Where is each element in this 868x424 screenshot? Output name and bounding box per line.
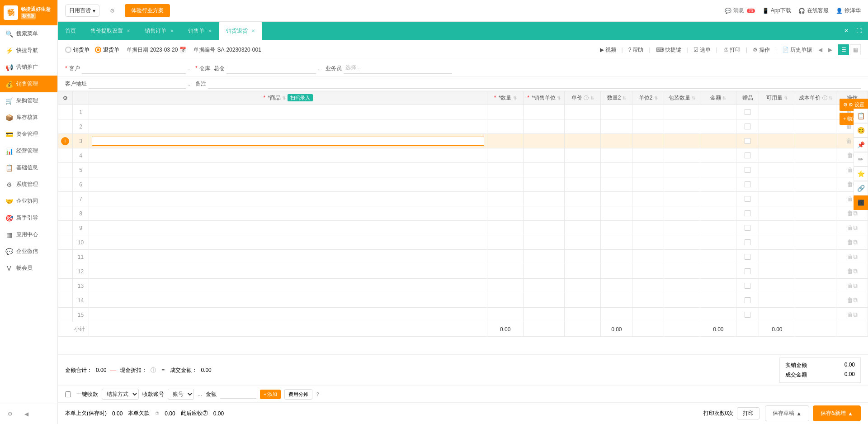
copy-row-btn[interactable]: ⧉ <box>853 238 858 246</box>
prev-page-btn[interactable]: ◀ <box>816 45 825 54</box>
tab-sales[interactable]: 销售单 ✕ <box>181 22 219 40</box>
radio-return[interactable]: 退货单 <box>95 46 119 54</box>
grid-view-btn[interactable]: ▦ <box>850 44 861 55</box>
save-draft-button[interactable]: 保存草稿 ▲ <box>765 405 809 421</box>
close-tab-btn[interactable]: ✕ <box>841 25 852 36</box>
gift-checkbox[interactable] <box>745 124 750 129</box>
sort-icon[interactable]: ⇅ <box>654 95 658 100</box>
delete-row-btn[interactable]: 🗑 <box>847 311 853 318</box>
print-action[interactable]: 🖨 打印 <box>723 46 741 54</box>
delete-row-btn[interactable]: 🗑 <box>847 224 853 231</box>
sidebar-collapse-btn[interactable]: ◀ <box>20 408 33 420</box>
gift-checkbox[interactable] <box>745 138 750 144</box>
account-select[interactable]: 账号 <box>168 389 194 400</box>
gift-checkbox[interactable] <box>745 312 750 318</box>
tab-home[interactable]: 首页 <box>58 22 83 40</box>
video-action[interactable]: ▶ 视频 <box>600 46 616 54</box>
right-icon-orange-btn[interactable]: ⬛ <box>854 195 868 210</box>
address-input[interactable] <box>89 79 186 89</box>
product-cell-active[interactable] <box>89 134 487 148</box>
right-icon-star[interactable]: ⭐ <box>854 167 868 181</box>
gift-checkbox[interactable] <box>745 210 750 216</box>
warehouse-input[interactable] <box>226 63 316 74</box>
sort-icon[interactable]: ⇅ <box>282 95 286 100</box>
sort-icon[interactable]: ⇅ <box>557 95 561 100</box>
gift-checkbox[interactable] <box>745 109 750 115</box>
copy-row-btn[interactable]: ⧉ <box>853 210 858 217</box>
amount-input[interactable] <box>220 390 256 399</box>
delete-row-btn[interactable]: 🗑 <box>847 210 853 217</box>
app-download-btn[interactable]: 📱 App下载 <box>762 7 791 14</box>
gift-checkbox[interactable] <box>745 268 750 274</box>
one-click-pay-checkbox[interactable] <box>65 391 71 397</box>
delete-row-btn[interactable]: 🗑 <box>847 238 853 246</box>
sort-icon[interactable]: ⇅ <box>692 95 695 100</box>
sidebar-item-guide[interactable]: 🎯 新手引导 <box>0 210 57 226</box>
fee-split-btn[interactable]: 费用分摊 <box>284 389 312 400</box>
calendar-icon[interactable]: 📅 <box>179 47 186 53</box>
delete-row-btn[interactable]: 🗑 <box>847 267 853 275</box>
sidebar-item-operation[interactable]: 📊 经营管理 <box>0 143 57 159</box>
copy-row-btn[interactable]: ⧉ <box>853 282 858 289</box>
delete-row-btn[interactable]: 🗑 <box>847 253 853 260</box>
gift-checkbox[interactable] <box>745 181 750 187</box>
gift-checkbox[interactable] <box>745 152 750 158</box>
settings-gear-icon[interactable]: ⚙ <box>105 4 119 18</box>
shortcut-action[interactable]: ⌨ 快捷键 <box>656 46 681 54</box>
staff-input[interactable]: 选择... <box>344 63 452 74</box>
sort-icon[interactable]: ⇅ <box>829 95 832 100</box>
sidebar-item-quick-nav[interactable]: ⚡ 快捷导航 <box>0 42 57 59</box>
tab-close-icon[interactable]: ✕ <box>170 29 174 33</box>
payment-info-icon[interactable]: ? <box>316 391 319 397</box>
customer-service-btn[interactable]: 🎧 在线客服 <box>798 7 829 14</box>
sort-icon[interactable]: ⇅ <box>722 95 726 100</box>
gift-checkbox[interactable] <box>745 239 750 245</box>
gift-checkbox[interactable] <box>745 167 750 173</box>
price-info-icon[interactable]: ⓘ <box>584 95 589 100</box>
warehouse-more-btn[interactable]: ... <box>318 66 322 71</box>
delete-row-btn[interactable]: 🗑 <box>846 137 852 144</box>
delete-row-btn[interactable]: 🗑 <box>847 282 853 289</box>
sidebar-item-vip[interactable]: V 畅会员 <box>0 260 57 276</box>
copy-row-btn[interactable]: ⧉ <box>853 296 858 304</box>
sort-icon[interactable]: ⇅ <box>513 95 517 100</box>
copy-row-btn[interactable]: ⧉ <box>853 253 858 260</box>
customer-input[interactable] <box>82 63 186 74</box>
cash-discount-info-icon[interactable]: ⓘ <box>151 367 156 374</box>
delete-row-btn[interactable]: 🗑 <box>847 181 853 188</box>
product-cell[interactable] <box>89 119 487 134</box>
sidebar-item-system[interactable]: ⚙ 系统管理 <box>0 176 57 193</box>
account-more-btn[interactable]: ... <box>198 391 202 397</box>
customer-more-btn[interactable]: ... <box>188 66 192 71</box>
sort-icon[interactable]: ⇅ <box>590 95 594 100</box>
remark-input[interactable] <box>208 79 861 89</box>
next-page-btn[interactable]: ▶ <box>826 45 835 54</box>
gift-checkbox[interactable] <box>745 225 750 231</box>
save-new-button[interactable]: 保存&新增 ▲ <box>813 405 861 421</box>
industry-select[interactable]: 日用百货 ▾ <box>65 5 99 17</box>
right-icon-clip[interactable]: 📋 <box>854 109 868 123</box>
scan-button[interactable]: 扫码录入 <box>288 94 313 101</box>
list-view-btn[interactable]: ☰ <box>838 44 849 55</box>
tab-price-settings[interactable]: 售价提取设置 ✕ <box>83 22 137 40</box>
right-icon-face[interactable]: 😊 <box>854 123 868 138</box>
tab-return[interactable]: 销货退货 ✕ <box>219 22 262 40</box>
delete-row-btn[interactable]: 🗑 <box>847 195 853 202</box>
print-button[interactable]: 打印 <box>737 407 760 419</box>
settings-icon[interactable]: ⚙ <box>63 95 68 101</box>
gift-checkbox[interactable] <box>745 254 750 260</box>
history-action[interactable]: 📄 历史单据 <box>782 46 812 54</box>
maximize-btn[interactable]: ⛶ <box>854 25 864 36</box>
sidebar-item-wechat[interactable]: 💬 企业微信 <box>0 243 57 260</box>
right-icon-edit[interactable]: ✏ <box>854 152 868 167</box>
trial-button[interactable]: 体验行业方案 <box>125 4 170 17</box>
debt-info-icon[interactable]: ⑦ <box>155 411 159 416</box>
sidebar-item-purchase[interactable]: 🛒 采购管理 <box>0 92 57 109</box>
tab-close-icon[interactable]: ✕ <box>251 29 255 33</box>
sidebar-item-collaboration[interactable]: 🤝 企业协同 <box>0 193 57 210</box>
sidebar-item-apps[interactable]: ▦ 应用中心 <box>0 226 57 243</box>
gift-checkbox[interactable] <box>745 297 750 303</box>
delete-row-btn[interactable]: 🗑 <box>847 296 853 304</box>
sidebar-item-marketing[interactable]: 📢 营销推广 <box>0 59 57 76</box>
operate-action[interactable]: ⚙ 操作 <box>753 46 770 54</box>
